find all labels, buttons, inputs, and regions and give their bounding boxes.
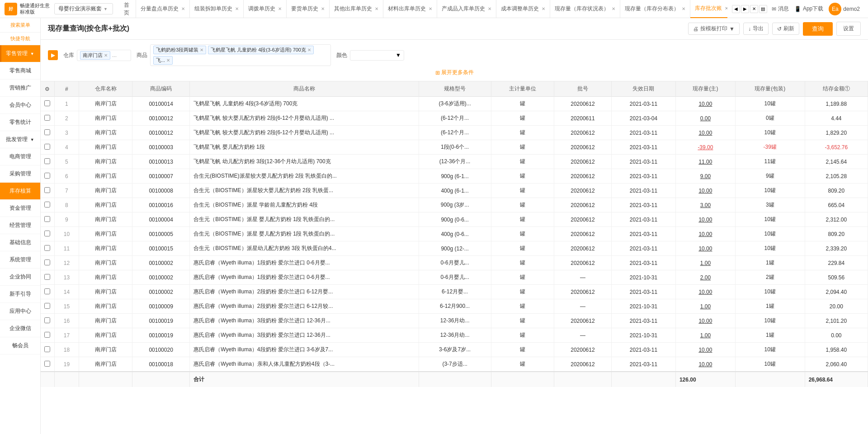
sidebar-item-wechat[interactable]: 企业微信 <box>0 320 40 337</box>
sidebar-item-inventory[interactable]: 库存核算 <box>0 183 40 200</box>
close-icon[interactable]: ✕ <box>235 6 239 11</box>
sidebar-item-basics[interactable]: 基础信息 <box>0 234 40 251</box>
warehouse-filter-input[interactable]: 南岸门店 ✕ ... <box>77 50 131 61</box>
app-download-btn[interactable]: 📱 App下载 <box>794 5 823 13</box>
tab-4[interactable]: 其他出库单历史 ✕ <box>330 0 383 18</box>
sidebar-item-collab[interactable]: 企业协同 <box>0 269 40 286</box>
export-btn[interactable]: ↓ 导出 <box>743 23 769 35</box>
row-qty-main[interactable]: 3.00 <box>675 198 735 212</box>
row-checkbox[interactable] <box>41 155 54 169</box>
table-container[interactable]: ⚙ # 仓库名称 商品编码 商品名称 规格型号 主计量单位 批号 失效日期 现存… <box>41 81 868 434</box>
sidebar-quick-nav[interactable]: 快捷导航 <box>0 33 40 45</box>
sidebar-item-retail-mgmt[interactable]: 零售管理 ▼ <box>0 45 40 62</box>
row-checkbox[interactable] <box>41 314 54 328</box>
settings-button[interactable]: 设置 <box>836 22 861 36</box>
user-avatar[interactable]: Ea demo2 <box>829 3 860 15</box>
home-tab[interactable]: 首页 <box>118 0 136 18</box>
sidebar-item-retail-stats[interactable]: 零售统计 <box>0 114 40 131</box>
row-qty-main[interactable]: 10.00 <box>675 357 735 372</box>
tab-prev-btn[interactable]: ◀ <box>732 5 740 13</box>
tab-9[interactable]: 现存量（库存分布表） ✕ <box>620 0 690 18</box>
tab-0[interactable]: 分量盘点单历史 ✕ <box>136 0 190 18</box>
sidebar-item-marketing[interactable]: 营销推广 <box>0 80 40 97</box>
row-qty-main[interactable]: 10.00 <box>675 227 735 241</box>
tab-close-btn[interactable]: ✕ <box>750 5 758 13</box>
row-qty-main[interactable]: 2.00 <box>675 270 735 285</box>
close-icon[interactable]: ✕ <box>682 6 685 11</box>
row-checkbox[interactable] <box>41 169 54 184</box>
row-qty-main[interactable]: 10.00 <box>675 314 735 328</box>
settings-icon[interactable]: ⚙ <box>45 86 50 92</box>
row-qty-main[interactable]: 10.00 <box>675 343 735 357</box>
query-button[interactable]: 查询 <box>803 22 833 36</box>
row-checkbox[interactable] <box>41 285 54 299</box>
row-qty-main[interactable]: -39.00 <box>675 140 735 155</box>
row-checkbox[interactable] <box>41 97 54 111</box>
sidebar-item-app-center[interactable]: 应用中心 <box>0 303 40 320</box>
close-icon[interactable]: ✕ <box>542 6 545 11</box>
tab-6[interactable]: 产成品入库单历史 ✕ <box>437 0 496 18</box>
tab-menu-btn[interactable]: ▤ <box>759 5 767 13</box>
messages-btn[interactable]: ✉ 消息 <box>772 5 789 13</box>
row-checkbox[interactable] <box>41 299 54 314</box>
row-checkbox[interactable] <box>41 343 54 357</box>
tab-1[interactable]: 组装拆卸单历史 ✕ <box>190 0 244 18</box>
refresh-btn[interactable]: ↺ 刷新 <box>772 23 799 35</box>
row-checkbox[interactable] <box>41 270 54 285</box>
row-qty-main[interactable]: 10.00 <box>675 285 735 299</box>
sidebar-item-members[interactable]: 会员中心 <box>0 97 40 114</box>
sidebar-item-ecommerce[interactable]: 电商管理 <box>0 148 40 165</box>
row-checkbox[interactable] <box>41 126 54 140</box>
goods-filter-input[interactable]: 飞鹤奶粉3段两罐装 ✕ 飞鹤星飞帆 儿童奶粉 4段(3-6岁适用) 700克 ✕… <box>150 44 331 66</box>
expand-conditions-btn[interactable]: ⊞ 展开更多条件 <box>48 69 861 76</box>
remove-goods-tag-1[interactable]: ✕ <box>307 47 311 52</box>
close-icon[interactable]: ✕ <box>278 6 282 11</box>
print-btn[interactable]: 🖨 按模板打印 ▼ <box>688 23 740 35</box>
close-icon[interactable]: ✕ <box>375 6 378 11</box>
close-icon[interactable]: ✕ <box>612 6 615 11</box>
row-checkbox[interactable] <box>41 140 54 155</box>
tab-10[interactable]: 库存批次账 ✕ <box>690 0 727 18</box>
sidebar-item-member[interactable]: 畅会员 <box>0 337 40 354</box>
warehouse-dropdown[interactable]: 母婴行业演示账套 ▼ <box>54 3 113 14</box>
row-checkbox[interactable] <box>41 256 54 270</box>
advance-filter-btn[interactable]: ▶ <box>48 50 58 60</box>
row-checkbox[interactable] <box>41 111 54 126</box>
sidebar-item-purchase[interactable]: 采购管理 <box>0 165 40 183</box>
row-checkbox[interactable] <box>41 212 54 227</box>
close-icon[interactable]: ✕ <box>725 6 727 11</box>
tab-7[interactable]: 成本调整单历史 ✕ <box>496 0 550 18</box>
remove-goods-tag-0[interactable]: ✕ <box>200 47 203 52</box>
remove-goods-tag-2[interactable]: ✕ <box>166 58 170 63</box>
tab-3[interactable]: 要货单历史 ✕ <box>287 0 330 18</box>
close-icon[interactable]: ✕ <box>181 6 185 11</box>
sidebar-item-ops[interactable]: 经营管理 <box>0 217 40 234</box>
row-qty-main[interactable]: 10.00 <box>675 241 735 256</box>
row-checkbox[interactable] <box>41 198 54 212</box>
row-qty-main[interactable]: 9.00 <box>675 169 735 184</box>
row-qty-main[interactable]: 11.00 <box>675 155 735 169</box>
sidebar-item-finance[interactable]: 资金管理 <box>0 200 40 217</box>
sidebar-item-wholesale[interactable]: 批发管理 ▼ <box>0 131 40 148</box>
sidebar-search[interactable]: 搜索菜单 <box>0 18 40 33</box>
close-icon[interactable]: ✕ <box>488 6 491 11</box>
close-icon[interactable]: ✕ <box>429 6 432 11</box>
tab-8[interactable]: 现存量（库存状况表） ✕ <box>550 0 620 18</box>
row-qty-main[interactable]: 10.00 <box>675 184 735 198</box>
row-qty-main[interactable]: 10.00 <box>675 126 735 140</box>
tab-2[interactable]: 调拨单历史 ✕ <box>244 0 287 18</box>
row-qty-main[interactable]: 1.00 <box>675 256 735 270</box>
color-select[interactable]: ▼ <box>350 50 404 61</box>
sidebar-item-retail-store[interactable]: 零售商城 <box>0 62 40 80</box>
sidebar-item-guide[interactable]: 新手引导 <box>0 286 40 303</box>
row-checkbox[interactable] <box>41 241 54 256</box>
row-qty-main[interactable]: 1.00 <box>675 328 735 343</box>
row-qty-main[interactable]: 1.00 <box>675 299 735 314</box>
row-qty-main[interactable]: 0.00 <box>675 111 735 126</box>
row-checkbox[interactable] <box>41 227 54 241</box>
tab-next-btn[interactable]: ▶ <box>741 5 749 13</box>
row-checkbox[interactable] <box>41 184 54 198</box>
tab-5[interactable]: 材料出库单历史 ✕ <box>383 0 437 18</box>
row-checkbox[interactable] <box>41 328 54 343</box>
remove-warehouse-tag[interactable]: ✕ <box>104 53 108 58</box>
